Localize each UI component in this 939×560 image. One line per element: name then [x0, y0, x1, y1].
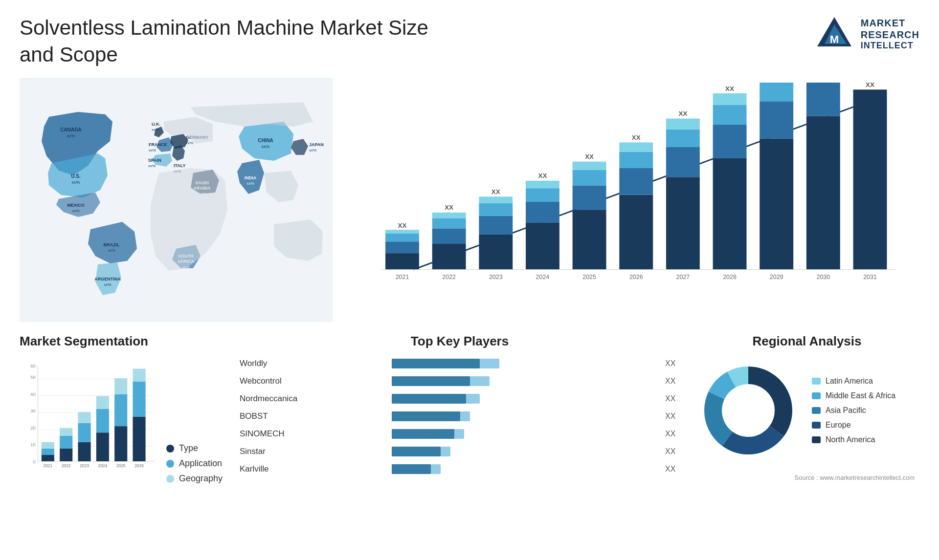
svg-rect-139: [392, 359, 499, 368]
svg-text:xx%: xx%: [67, 133, 75, 138]
reg-legend-latin: Latin America: [812, 377, 895, 386]
logo-text: MARKET RESEARCH INTELLECT: [861, 17, 919, 51]
player-bar-worldly: [325, 357, 654, 370]
svg-text:30: 30: [30, 409, 35, 413]
svg-text:XX: XX: [585, 153, 594, 160]
svg-rect-151: [392, 464, 441, 474]
svg-text:XX: XX: [866, 83, 874, 88]
player-bar-karlville: [325, 462, 654, 476]
svg-rect-46: [432, 213, 466, 218]
svg-text:xx%: xx%: [186, 141, 193, 145]
svg-text:xx%: xx%: [309, 148, 316, 152]
svg-text:2028: 2028: [723, 274, 737, 280]
svg-rect-78: [760, 139, 793, 270]
svg-rect-141: [392, 376, 490, 386]
logo-icon: M: [815, 15, 854, 54]
svg-rect-58: [573, 210, 606, 269]
svg-rect-80: [760, 83, 793, 101]
asia-dot: [812, 407, 821, 414]
svg-text:20: 20: [30, 426, 35, 431]
svg-text:2027: 2027: [676, 274, 690, 280]
svg-text:10: 10: [30, 442, 35, 447]
legend-application: Application: [166, 458, 223, 469]
key-players-section: Top Key Players Worldly XX Webcontrol: [240, 334, 680, 484]
northam-dot: [812, 436, 821, 443]
logo-area: M MARKET RESEARCH INTELLECT: [815, 15, 919, 54]
svg-rect-115: [42, 449, 54, 455]
header: Solventless Lamination Machine Market Si…: [20, 15, 919, 68]
svg-point-157: [723, 385, 774, 436]
svg-text:xx%: xx%: [71, 180, 80, 185]
svg-rect-54: [526, 202, 559, 223]
svg-text:50: 50: [30, 375, 35, 380]
svg-rect-53: [526, 223, 559, 270]
svg-text:2023: 2023: [489, 274, 503, 280]
svg-rect-64: [619, 168, 653, 195]
svg-rect-84: [806, 83, 840, 116]
svg-rect-120: [60, 428, 72, 436]
player-row-nordmeccanica: Nordmeccanica XX: [240, 392, 680, 406]
svg-text:XX: XX: [772, 83, 781, 84]
svg-rect-119: [60, 436, 72, 449]
svg-rect-123: [78, 423, 90, 442]
svg-text:JAPAN: JAPAN: [309, 142, 324, 147]
svg-rect-69: [666, 147, 700, 177]
segmentation-section: Market Segmentation 0 10 20 30 40 50 60: [20, 334, 225, 484]
svg-text:INDIA: INDIA: [245, 175, 257, 180]
svg-rect-147: [392, 429, 464, 439]
svg-rect-130: [114, 426, 127, 461]
svg-rect-86: [853, 90, 887, 270]
player-row-worldly: Worldly XX: [240, 357, 680, 370]
svg-rect-128: [96, 396, 109, 409]
svg-rect-38: [385, 253, 419, 269]
svg-rect-114: [42, 455, 54, 461]
svg-rect-59: [573, 186, 606, 210]
reg-legend-europe: Europe: [812, 421, 895, 430]
svg-text:2029: 2029: [770, 274, 783, 280]
svg-rect-83: [806, 116, 840, 270]
svg-text:XX: XX: [725, 85, 734, 92]
world-map-svg: CANADA xx% U.S. xx% MEXICO xx% BRAZIL xx…: [20, 78, 333, 322]
svg-rect-43: [432, 244, 466, 270]
regional-title: Regional Analysis: [694, 334, 919, 349]
player-bar-webcontrol: [325, 374, 654, 388]
svg-text:XX: XX: [492, 188, 500, 195]
svg-text:xx%: xx%: [261, 144, 269, 149]
mea-dot: [812, 392, 821, 399]
svg-rect-131: [114, 394, 127, 426]
svg-text:2025: 2025: [116, 463, 126, 468]
svg-rect-143: [392, 394, 480, 404]
svg-rect-145: [392, 411, 470, 421]
svg-text:60: 60: [30, 364, 35, 368]
svg-rect-40: [385, 234, 419, 241]
page-container: Solventless Lamination Machine Market Si…: [0, 0, 939, 560]
svg-text:XX: XX: [398, 222, 407, 229]
svg-text:SPAIN: SPAIN: [148, 158, 161, 163]
svg-rect-49: [479, 216, 513, 235]
bar-chart-svg: XX XX XX XX: [357, 83, 910, 298]
svg-text:M: M: [830, 33, 839, 45]
svg-rect-126: [96, 432, 109, 461]
bar-chart-section: XX XX XX XX: [347, 78, 919, 322]
segmentation-title: Market Segmentation: [20, 334, 225, 349]
svg-rect-60: [573, 170, 606, 186]
svg-rect-56: [526, 181, 559, 188]
svg-text:2030: 2030: [817, 274, 830, 280]
app-dot: [166, 460, 174, 468]
player-row-webcontrol: Webcontrol XX: [240, 374, 680, 388]
donut-chart: [694, 357, 802, 464]
svg-text:U.S.: U.S.: [71, 173, 81, 179]
svg-rect-75: [713, 105, 747, 125]
svg-rect-136: [133, 369, 145, 382]
svg-rect-63: [619, 195, 653, 270]
svg-text:xx%: xx%: [148, 164, 156, 168]
svg-text:2023: 2023: [80, 463, 89, 468]
svg-rect-135: [133, 382, 145, 417]
svg-rect-51: [479, 197, 513, 203]
svg-text:40: 40: [30, 392, 35, 397]
svg-rect-134: [133, 417, 145, 461]
svg-rect-61: [573, 162, 606, 170]
svg-text:2024: 2024: [98, 463, 108, 468]
svg-text:2031: 2031: [863, 274, 877, 280]
svg-text:XX: XX: [632, 134, 641, 141]
